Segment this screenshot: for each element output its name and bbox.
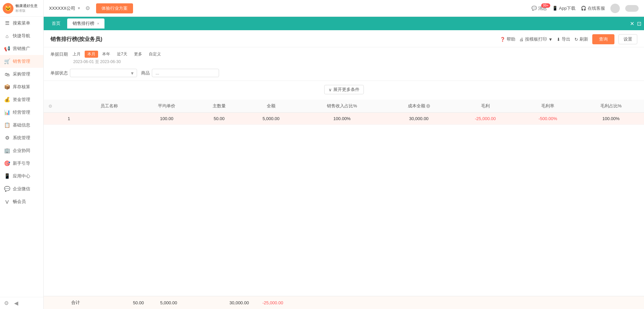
sidebar-item-marketing[interactable]: 📢 营销推广 (0, 42, 43, 55)
trial-button[interactable]: 体验行业方案 (96, 3, 133, 13)
sidebar-collapse-icon[interactable]: ◀ (14, 300, 18, 306)
sidebar-label-quick-nav: 快捷导航 (13, 33, 30, 39)
cell-settings (44, 113, 57, 125)
sidebar-icon-sales: 🛒 (4, 58, 10, 64)
goods-filter: 商品 (141, 69, 219, 77)
date-filter-label: 单据日期 (50, 51, 68, 57)
sidebar-label-system: 系统管理 (13, 135, 30, 141)
online-service-item[interactable]: 🎧 在线客服 (581, 5, 605, 11)
sidebar-label-member: 畅会员 (13, 199, 26, 205)
table-head: ⚙ 员工名称 平均单价 主数量 全额 销售收入占比% 成本全额 i 毛利 毛利率… (44, 100, 644, 113)
company-selector[interactable]: XXXXXX公司 ▼ (49, 5, 81, 11)
sidebar-item-quick-nav[interactable]: ⌂ 快捷导航 (0, 30, 43, 42)
sidebar-item-search-order[interactable]: ☰ 搜索菜单 (0, 17, 43, 30)
refresh-button[interactable]: ↻ 刷新 (574, 36, 588, 42)
app-download-icon: 📱 (552, 6, 558, 11)
sidebar-item-wechat[interactable]: 💬 企业微信 (0, 183, 43, 195)
message-item[interactable]: 💬 消息 99+ (531, 5, 547, 11)
online-service-label: 在线客服 (588, 5, 605, 11)
col-cost: 成本全额 i (385, 100, 453, 113)
sidebar-item-system[interactable]: ⚙ 系统管理 (0, 132, 43, 144)
sidebar-bottom: ⚙ ◀ (0, 297, 43, 309)
sidebar-label-enterprise: 企业协同 (13, 148, 30, 154)
app-version: 标准版 (15, 8, 38, 13)
footer-label: 合计 (71, 300, 98, 306)
expand-more-btn[interactable]: ∨ 展开更多条件 (324, 85, 364, 94)
topbar-settings-icon[interactable]: ⚙ (85, 5, 90, 11)
sidebar-item-app-center[interactable]: 📱 应用中心 (0, 170, 43, 183)
sidebar-label-inventory: 库存核算 (13, 84, 30, 90)
table-body: 1 100.00 50.00 5,000.00 100.00% 30,000.0… (44, 113, 644, 125)
sidebar: 🐱 畅康通好生意 标准版 ☰ 搜索菜单 ⌂ 快捷导航 📢 营销推广 🛒 销售管理… (0, 0, 44, 309)
tab-sales-ranking[interactable]: 销售排行榜 × (67, 18, 104, 29)
table-footer: 合计 50.00 5,000.00 30,000.00 -25,000.00 (44, 296, 644, 309)
export-icon: ⬇ (557, 37, 560, 42)
sidebar-nav: ☰ 搜索菜单 ⌂ 快捷导航 📢 营销推广 🛒 销售管理 🛍 采购管理 📦 库存核… (0, 17, 43, 297)
expand-icon: ∨ (329, 87, 332, 92)
sidebar-item-member[interactable]: V 畅会员 (0, 195, 43, 208)
date-opt-more[interactable]: 更多 (131, 51, 145, 58)
filter-bar: 单据日期 上月 本月 本年 近7天 更多 自定义 2023-06-01 至 20… (44, 47, 644, 81)
sidebar-item-operations[interactable]: 📊 经营管理 (0, 106, 43, 119)
cell-avg-price: 100.00 (138, 113, 196, 125)
sidebar-label-sales: 销售管理 (13, 58, 30, 64)
status-select[interactable] (70, 69, 137, 77)
col-settings[interactable]: ⚙ (44, 100, 57, 113)
date-opt-custom[interactable]: 自定义 (146, 51, 164, 58)
status-filter: 单据状态 ▼ (50, 69, 137, 77)
date-opt-7days[interactable]: 近7天 (114, 51, 130, 58)
date-opt-last-month[interactable]: 上月 (70, 51, 83, 58)
help-button[interactable]: ❓ 帮助 (500, 36, 515, 42)
date-range-display-row: 2023-06-01 至 2023-06-30 (50, 59, 637, 65)
col-quantity: 主数量 (195, 100, 243, 113)
settings-button[interactable]: 设置 (618, 34, 637, 44)
sidebar-label-guide: 新手引导 (13, 160, 30, 166)
sidebar-item-enterprise[interactable]: 🏢 企业协同 (0, 144, 43, 157)
status-select-wrapper: ▼ (70, 69, 137, 77)
table-wrapper: ⚙ 员工名称 平均单价 主数量 全额 销售收入占比% 成本全额 i 毛利 毛利率… (44, 100, 644, 296)
sidebar-icon-quick-nav: ⌂ (4, 33, 10, 39)
inner-content: 销售排行榜(按业务员) ❓ 帮助 🖨 按模板打印 ▼ ⬇ 导出 (44, 30, 644, 309)
export-button[interactable]: ⬇ 导出 (557, 36, 570, 42)
sidebar-item-inventory[interactable]: 📦 库存核算 (0, 81, 43, 93)
sidebar-icon-operations: 📊 (4, 109, 10, 115)
sidebar-item-purchase[interactable]: 🛍 采购管理 (0, 68, 43, 81)
company-dropdown-icon: ▼ (77, 6, 81, 10)
sidebar-item-basic-info[interactable]: 📋 基础信息 (0, 119, 43, 132)
sidebar-icon-wechat: 💬 (4, 186, 10, 192)
sidebar-item-finance[interactable]: 💰 资金管理 (0, 93, 43, 106)
sidebar-label-marketing: 营销推广 (13, 46, 30, 52)
date-filter: 单据日期 上月 本月 本年 近7天 更多 自定义 (50, 51, 164, 58)
tab-home[interactable]: 首页 (46, 18, 66, 29)
page-actions: ❓ 帮助 🖨 按模板打印 ▼ ⬇ 导出 ↻ 刷新 (500, 34, 637, 44)
date-opt-this-month[interactable]: 本月 (85, 51, 98, 58)
tabbar: 首页 销售排行榜 × ✕ ⊡ (44, 17, 644, 30)
date-opt-this-year[interactable]: 本年 (99, 51, 113, 58)
sidebar-item-guide[interactable]: 🎯 新手引导 (0, 157, 43, 170)
app-download-item[interactable]: 📱 App下载 (552, 5, 575, 11)
cell-gross: -25,000.00 (453, 113, 518, 125)
print-button[interactable]: 🖨 按模板打印 ▼ (519, 36, 553, 42)
cell-amount: 5,000.00 (243, 113, 299, 125)
tabbar-close-icon[interactable]: ✕ (630, 20, 634, 27)
cost-info-icon: i (426, 104, 430, 108)
col-avg-price: 平均单价 (138, 100, 196, 113)
tab-close-icon[interactable]: × (97, 21, 99, 25)
footer-quantity: 50.00 (125, 300, 152, 305)
cell-gross-rate: -500.00% (518, 113, 578, 125)
tabbar-restore-icon[interactable]: ⊡ (637, 20, 641, 27)
sidebar-item-sales[interactable]: 🛒 销售管理 (0, 55, 43, 68)
sidebar-icon-purchase: 🛍 (4, 71, 10, 77)
footer-amount: 5,000.00 (152, 300, 185, 305)
tabbar-right: ✕ ⊡ (630, 20, 641, 27)
avatar[interactable] (610, 4, 620, 13)
page-header: 销售排行榜(按业务员) ❓ 帮助 🖨 按模板打印 ▼ ⬇ 导出 (44, 30, 644, 47)
main-area: XXXXXX公司 ▼ ⚙ 体验行业方案 💬 消息 99+ 📱 App下载 🎧 在… (44, 0, 644, 309)
sidebar-settings-icon[interactable]: ⚙ (4, 300, 9, 306)
goods-input[interactable] (152, 69, 219, 77)
sidebar-icon-inventory: 📦 (4, 84, 10, 90)
cell-name (81, 113, 138, 125)
sidebar-label-basic-info: 基础信息 (13, 122, 30, 128)
query-button[interactable]: 查询 (592, 34, 614, 44)
topbar-right: 💬 消息 99+ 📱 App下载 🎧 在线客服 (531, 4, 639, 13)
